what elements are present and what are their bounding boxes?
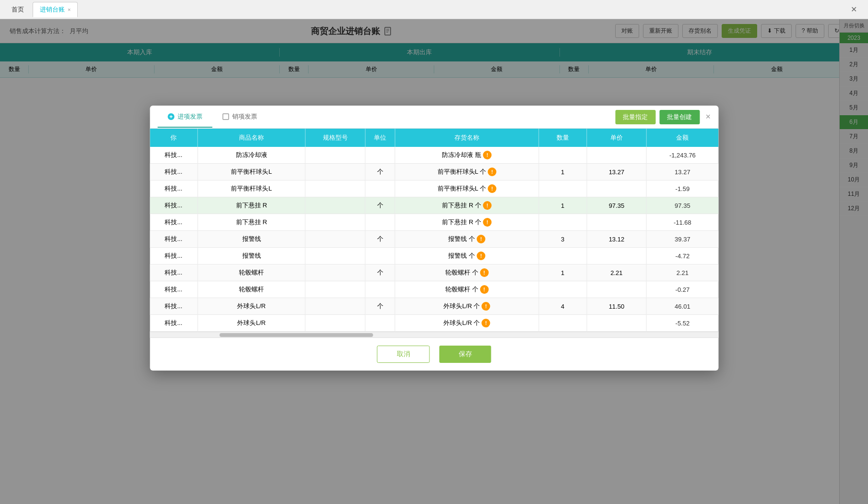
table-cell: [365, 180, 395, 197]
warning-icon: !: [477, 235, 486, 243]
table-cell: 前平衡杆球头L: [198, 164, 306, 180]
dialog-table-wrap: 你 商品名称 规格型号 单位 存货名称 数量 单价 金额 科技...防冻冷却液防…: [150, 129, 718, 332]
table-cell: [539, 248, 587, 264]
btn-batch-assign[interactable]: 批量指定: [615, 110, 655, 124]
btn-cancel[interactable]: 取消: [377, 346, 430, 363]
table-cell: [305, 147, 365, 164]
warning-icon: !: [477, 252, 486, 260]
table-row: 科技...前平衡杆球头L个前平衡杆球头L 个 !113.2713.27: [150, 164, 718, 180]
table-row: 科技...报警线个报警线 个 !313.1239.37: [150, 231, 718, 248]
table-cell: 科技...: [150, 180, 198, 197]
table-cell: 轮毂螺杆: [198, 264, 306, 281]
main-area: 销售成本计算方法： 月平均 商贸企业进销台账 对账 重新开账 存货别名 生成凭证…: [0, 19, 868, 504]
table-cell: [539, 180, 587, 197]
table-cell: 报警线 个 !: [395, 248, 538, 264]
table-cell: 报警线: [198, 231, 306, 248]
table-cell: [587, 315, 647, 332]
table-cell: 13.27: [646, 164, 718, 180]
tab-active[interactable]: 进销台账 ×: [33, 2, 78, 17]
table-cell: [539, 147, 587, 164]
dialog-table: 你 商品名称 规格型号 单位 存货名称 数量 单价 金额 科技...防冻冷却液防…: [150, 129, 718, 332]
tab-bar: 首页 进销台账 × ✕: [0, 0, 868, 19]
tab-incoming-label: 进项发票: [178, 112, 202, 121]
warning-icon: !: [483, 151, 492, 159]
th-amount: 金额: [646, 129, 718, 147]
table-cell: 报警线 个 !: [395, 231, 538, 248]
table-cell: [305, 281, 365, 298]
table-row: 科技...前下悬挂 R个前下悬挂 R 个 !197.3597.35: [150, 197, 718, 214]
th-quantity: 数量: [539, 129, 587, 147]
th-spec: 规格型号: [305, 129, 365, 147]
table-cell: 轮毂螺杆 个 !: [395, 281, 538, 298]
table-cell: 1: [539, 264, 587, 281]
table-cell: 外球头L/R: [198, 298, 306, 315]
table-cell: 科技...: [150, 197, 198, 214]
table-cell: 科技...: [150, 315, 198, 332]
table-cell: [365, 315, 395, 332]
table-cell: [305, 180, 365, 197]
table-cell: 科技...: [150, 164, 198, 180]
table-cell: 2.21: [587, 264, 647, 281]
dialog-header: 进项发票 销项发票 批量指定 批量创建 ×: [150, 106, 718, 129]
table-cell: 外球头L/R 个 !: [395, 298, 538, 315]
th-unit: 单位: [365, 129, 395, 147]
svg-rect-5: [223, 114, 228, 120]
warning-icon: !: [482, 302, 490, 311]
table-cell: 个: [365, 164, 395, 180]
table-cell: [365, 214, 395, 231]
table-cell: 个: [365, 298, 395, 315]
table-cell: 1: [539, 197, 587, 214]
table-cell: 97.35: [646, 197, 718, 214]
table-cell: 11.50: [587, 298, 647, 315]
table-cell: 科技...: [150, 264, 198, 281]
table-cell: 轮毂螺杆 个 !: [395, 264, 538, 281]
table-cell: [365, 248, 395, 264]
table-cell: [365, 281, 395, 298]
warning-icon: !: [480, 285, 488, 294]
table-cell: [539, 315, 587, 332]
table-cell: 前下悬挂 R 个 !: [395, 214, 538, 231]
table-row: 科技...外球头L/R外球头L/R 个 !-5.52: [150, 315, 718, 332]
table-cell: 前下悬挂 R: [198, 197, 306, 214]
table-cell: 2.21: [646, 264, 718, 281]
table-cell: 报警线: [198, 248, 306, 264]
dialog-footer: 取消 保存: [150, 337, 718, 371]
table-cell: 科技...: [150, 281, 198, 298]
table-cell: [587, 147, 647, 164]
dialog-actions: 批量指定 批量创建: [615, 110, 700, 124]
table-cell: 科技...: [150, 214, 198, 231]
table-row: 科技...轮毂螺杆轮毂螺杆 个 !-0.27: [150, 281, 718, 298]
table-row: 科技...前平衡杆球头L前平衡杆球头L 个 !-1.59: [150, 180, 718, 197]
dialog-scrollbar-thumb[interactable]: [219, 333, 373, 337]
warning-icon: !: [488, 184, 497, 193]
btn-batch-create[interactable]: 批量创建: [659, 110, 700, 124]
th-company: 你: [150, 129, 198, 147]
th-unit-price: 单价: [587, 129, 647, 147]
outgoing-invoice-icon: [222, 113, 229, 120]
table-cell: 外球头L/R: [198, 315, 306, 332]
table-cell: [305, 298, 365, 315]
tab-incoming-invoice[interactable]: 进项发票: [157, 107, 212, 128]
dialog: 进项发票 销项发票 批量指定 批量创建 × 你: [150, 106, 718, 371]
table-cell: 前平衡杆球头L: [198, 180, 306, 197]
tab-outgoing-invoice[interactable]: 销项发票: [212, 107, 267, 128]
tab-close-icon[interactable]: ×: [68, 7, 71, 12]
dialog-close-button[interactable]: ×: [705, 112, 711, 122]
table-cell: -11.68: [646, 214, 718, 231]
tab-home[interactable]: 首页: [5, 2, 31, 17]
table-cell: [365, 147, 395, 164]
table-cell: 个: [365, 264, 395, 281]
warning-icon: !: [480, 268, 488, 277]
table-cell: [539, 281, 587, 298]
table-cell: -1,243.76: [646, 147, 718, 164]
table-cell: 防冻冷却液: [198, 147, 306, 164]
table-cell: 轮毂螺杆: [198, 281, 306, 298]
window-close-button[interactable]: ✕: [844, 0, 863, 19]
table-cell: 科技...: [150, 231, 198, 248]
table-cell: -0.27: [646, 281, 718, 298]
table-cell: [305, 164, 365, 180]
table-cell: [587, 214, 647, 231]
dialog-scrollbar[interactable]: [150, 332, 718, 337]
btn-save[interactable]: 保存: [440, 346, 491, 363]
incoming-invoice-icon: [167, 113, 175, 120]
